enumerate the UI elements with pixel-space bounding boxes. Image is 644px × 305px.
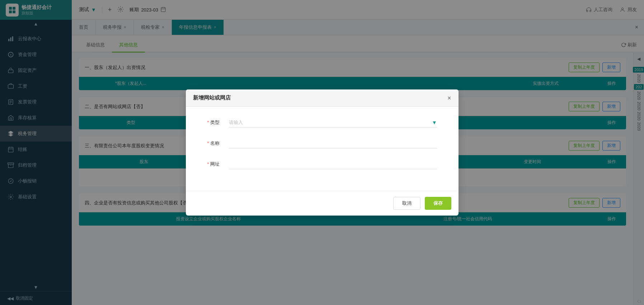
form-row-type: * 类型 请输入 ▼ bbox=[207, 117, 437, 128]
save-button[interactable]: 保存 bbox=[425, 197, 451, 210]
modal-close-button[interactable]: × bbox=[447, 95, 451, 101]
name-input[interactable] bbox=[229, 138, 437, 148]
name-label: * 名称 bbox=[207, 140, 229, 147]
form-row-url: * 网址 bbox=[207, 159, 437, 169]
type-label-text: 类型 bbox=[210, 120, 220, 125]
modal-title: 新增网站或网店 bbox=[193, 94, 231, 101]
type-label: * 类型 bbox=[207, 119, 229, 126]
cancel-button[interactable]: 取消 bbox=[393, 197, 420, 210]
modal-footer: 取消 保存 bbox=[186, 191, 459, 216]
modal-header: 新增网站或网店 × bbox=[186, 89, 459, 107]
type-required: * bbox=[207, 120, 209, 125]
url-required: * bbox=[207, 161, 209, 167]
type-control-wrap: 请输入 ▼ bbox=[229, 117, 437, 128]
name-label-text: 名称 bbox=[210, 140, 220, 146]
modal-body: * 类型 请输入 ▼ * 名称 bbox=[186, 107, 459, 191]
url-control-wrap bbox=[229, 159, 437, 169]
name-control-wrap bbox=[229, 138, 437, 148]
url-input[interactable] bbox=[229, 159, 437, 169]
name-required: * bbox=[207, 140, 209, 146]
form-row-name: * 名称 bbox=[207, 138, 437, 148]
modal-add-website: 新增网站或网店 × * 类型 请输入 ▼ * bbox=[186, 89, 459, 216]
modal-overlay[interactable]: 新增网站或网店 × * 类型 请输入 ▼ * bbox=[0, 0, 644, 305]
url-label-text: 网址 bbox=[210, 161, 220, 167]
url-label: * 网址 bbox=[207, 161, 229, 167]
type-select[interactable]: 请输入 bbox=[229, 117, 437, 128]
